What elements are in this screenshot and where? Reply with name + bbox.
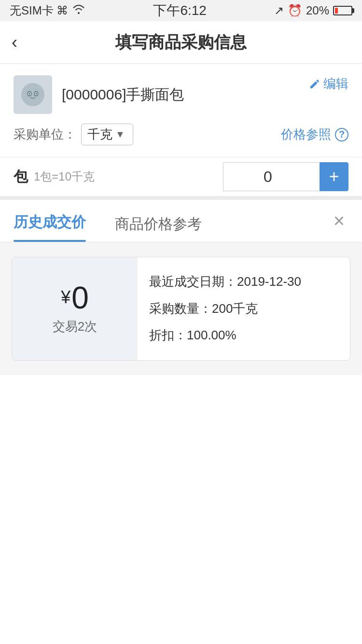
status-bar: 无SIM卡 ⌘ 下午6:12 ↗ ⏰ 20%: [0, 0, 362, 21]
unit-selector: 采购单位： 千克 ▼: [14, 124, 133, 145]
tab-history-price[interactable]: 历史成交价: [14, 200, 86, 242]
quantity-label: 包 1包=10千克: [14, 167, 95, 187]
nav-bar: ‹ 填写商品采购信息: [0, 21, 362, 64]
quantity-input-group: +: [223, 162, 348, 191]
recent-date-row: 最近成交日期：2019-12-30: [149, 272, 338, 292]
discount-value: 100.00%: [187, 328, 237, 342]
edit-icon: [309, 78, 320, 90]
edit-label: 编辑: [323, 75, 348, 92]
svg-point-0: [21, 83, 44, 106]
purchase-qty-value: 200千克: [212, 301, 258, 316]
edit-button[interactable]: 编辑: [309, 75, 348, 92]
unit-label: 采购单位：: [14, 126, 76, 143]
price-ref-label: 价格参照: [281, 126, 331, 143]
close-button[interactable]: ×: [330, 210, 348, 232]
discount-label: 折扣：: [149, 328, 187, 342]
tab-price-reference-label: 商品价格参考: [115, 214, 202, 242]
recent-date-value: 2019-12-30: [237, 274, 301, 289]
status-right: ↗ ⏰ 20%: [274, 4, 352, 17]
quantity-hint: 1包=10千克: [34, 169, 95, 184]
product-left: [0000006]手撕面包: [14, 75, 184, 114]
price-amount: ¥ 0: [61, 282, 89, 313]
price-value: 0: [71, 282, 89, 313]
page-title: 填写商品采购信息: [115, 31, 247, 54]
product-card: [0000006]手撕面包 编辑 采购单位： 千克 ▼ 价格参照 ?: [0, 64, 362, 157]
tabs-container: 历史成交价 商品价格参考 ×: [0, 200, 362, 242]
product-name: [0000006]手撕面包: [62, 85, 184, 105]
quantity-input[interactable]: [223, 162, 320, 191]
unit-value: 千克: [87, 126, 112, 143]
purchase-qty-label: 采购数量：: [149, 301, 212, 316]
trade-count: 交易2次: [53, 318, 97, 335]
bottom-area: [0, 375, 362, 644]
tab-price-reference[interactable]: 商品价格参考: [115, 200, 202, 242]
quantity-unit: 包: [14, 167, 28, 187]
price-ref-button[interactable]: 价格参照 ?: [281, 126, 348, 143]
tabs-row: 历史成交价 商品价格参考: [14, 200, 202, 242]
status-time: 下午6:12: [153, 1, 207, 20]
recent-date-label: 最近成交日期：: [149, 274, 237, 289]
carrier-text: 无SIM卡 ⌘: [10, 3, 68, 18]
unit-dropdown[interactable]: 千克 ▼: [81, 124, 133, 145]
tab-history-price-label: 历史成交价: [14, 212, 86, 240]
help-circle-icon: ?: [335, 128, 348, 141]
quantity-plus-button[interactable]: +: [320, 162, 348, 191]
purchase-qty-row: 采购数量：200千克: [149, 299, 338, 319]
dropdown-arrow-icon: ▼: [115, 129, 125, 140]
status-left: 无SIM卡 ⌘: [10, 3, 85, 18]
product-header: [0000006]手撕面包 编辑: [14, 75, 348, 114]
svg-point-5: [29, 93, 30, 94]
quantity-row: 包 1包=10千克 +: [0, 157, 362, 200]
battery-percent: 20%: [306, 4, 329, 17]
product-thumbnail: [14, 75, 52, 114]
back-button[interactable]: ‹: [12, 32, 17, 53]
currency-symbol: ¥: [61, 287, 70, 308]
product-logo-icon: [19, 81, 46, 108]
battery-icon: [333, 6, 352, 15]
location-icon: ↗: [274, 4, 284, 17]
svg-point-6: [36, 93, 37, 94]
wifi-icon: [72, 4, 85, 17]
discount-row: 折扣：100.00%: [149, 325, 338, 346]
tab-active-underline: [14, 240, 86, 242]
price-card-right: 最近成交日期：2019-12-30 采购数量：200千克 折扣：100.00%: [138, 257, 350, 360]
price-card: ¥ 0 交易2次 最近成交日期：2019-12-30 采购数量：200千克 折扣…: [12, 257, 350, 361]
product-meta: 采购单位： 千克 ▼ 价格参照 ?: [14, 124, 348, 145]
price-card-left: ¥ 0 交易2次: [12, 257, 138, 360]
alarm-icon: ⏰: [288, 4, 302, 17]
